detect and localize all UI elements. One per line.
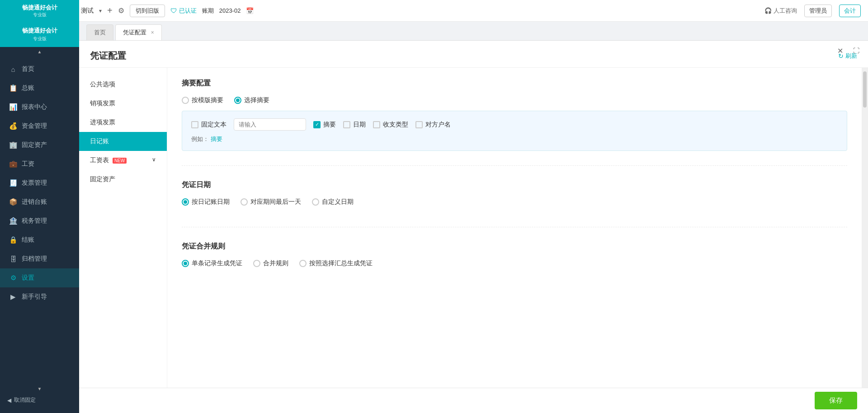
- pin-icon: ◀: [7, 397, 11, 404]
- bottom-bar: 保存: [79, 388, 868, 413]
- checkbox-payment-type-box: [373, 121, 380, 128]
- sidebar-item-invoice[interactable]: 🧾 发票管理: [0, 174, 79, 192]
- voucher-date-radio-custom[interactable]: 自定义日期: [312, 198, 354, 206]
- scroll-thumb: [863, 71, 867, 108]
- merge-rule-radio-select-sum[interactable]: 按照选择汇总生成凭证: [299, 259, 373, 268]
- left-nav-fixed-assets-label: 固定资产: [90, 175, 115, 183]
- voucher-date-radio-period-last[interactable]: 对应期间最后一天: [241, 198, 301, 206]
- topbar-right: 🎧 人工咨询 管理员 会计: [764, 5, 861, 17]
- left-nav-purchase-invoice-label: 进项发票: [90, 118, 115, 126]
- sidebar-scroll-down[interactable]: ▼: [0, 384, 79, 393]
- merge-rule-radio-merge[interactable]: 合并规则: [253, 259, 288, 268]
- example-text: 例如： 摘要: [191, 135, 838, 143]
- merge-rule-radio-single-label: 单条记录生成凭证: [192, 259, 242, 268]
- sidebar-item-label-assets: 固定资产: [22, 141, 47, 149]
- summary-radio-template[interactable]: 按模版摘要: [182, 96, 223, 104]
- sidebar-item-ledger[interactable]: 📋 总账: [0, 79, 79, 98]
- summary-radio-select-circle: [234, 97, 241, 104]
- sidebar-item-settings[interactable]: ⚙ 设置: [0, 268, 79, 287]
- checkbox-payment-type[interactable]: 收支类型: [373, 121, 408, 129]
- left-nav-public-label: 公共选项: [90, 80, 115, 88]
- sidebar-item-assets[interactable]: 🏢 固定资产: [0, 136, 79, 155]
- role-button[interactable]: 会计: [839, 5, 861, 17]
- sidebar-item-guide[interactable]: ▶ 新手引导: [0, 287, 79, 306]
- logo-sub: 专业版: [33, 12, 47, 18]
- sidebar-scroll-up[interactable]: ▲: [0, 47, 79, 56]
- left-nav-sales-invoice-label: 销项发票: [90, 99, 115, 107]
- merge-rule-radio-single[interactable]: 单条记录生成凭证: [182, 259, 242, 268]
- voucher-date-radio-journal-circle: [182, 198, 189, 206]
- old-version-button[interactable]: 切到旧版: [130, 5, 165, 17]
- checkbox-date[interactable]: 日期: [343, 121, 366, 129]
- tab-voucher-config-label: 凭证配置: [123, 29, 146, 36]
- merge-rule-radio-select-sum-label: 按照选择汇总生成凭证: [309, 259, 373, 268]
- page-header: 凭证配置 ↻ 刷新: [79, 41, 868, 68]
- cancel-pin-label: 取消固定: [14, 396, 36, 404]
- main-layout: 畅捷通好会计 专业版 ▲ ⌂ 首页 📋 总账 📊 报表中心 💰 资金管理: [0, 22, 868, 413]
- calendar-icon[interactable]: 📅: [246, 7, 254, 14]
- tax-icon: 🏦: [9, 217, 17, 225]
- sidebar-item-funds[interactable]: 💰 资金管理: [0, 117, 79, 136]
- voucher-date-radio-journal[interactable]: 按日记账日期: [182, 198, 230, 206]
- sidebar-item-salary[interactable]: 💼 工资: [0, 155, 79, 174]
- expand-page-button[interactable]: ⛶: [850, 44, 863, 57]
- sidebar-item-label-funds: 资金管理: [22, 122, 47, 130]
- service-button[interactable]: 🎧 人工咨询: [764, 7, 797, 15]
- tab-home[interactable]: 首页: [86, 24, 113, 40]
- sidebar-items: ⌂ 首页 📋 总账 📊 报表中心 💰 资金管理 🏢 固定资产 💼 工资: [0, 56, 79, 310]
- fixed-text-input[interactable]: [234, 118, 306, 131]
- section-summary: 摘要配置 按模版摘要 选择摘要: [182, 79, 847, 166]
- left-nav-payroll[interactable]: 工资表 NEW ∨: [79, 151, 167, 170]
- checkbox-fixed-text[interactable]: 固定文本: [191, 121, 226, 129]
- left-nav: 公共选项 销项发票 进项发票 日记账 工资表 NEW ∨: [79, 68, 167, 388]
- sidebar-item-tax[interactable]: 🏦 税务管理: [0, 211, 79, 230]
- sidebar-item-label-guide: 新手引导: [22, 293, 47, 301]
- sidebar-item-archive[interactable]: 🗄 归档管理: [0, 249, 79, 268]
- expand-icon[interactable]: ∨: [152, 156, 156, 163]
- left-nav-purchase-invoice[interactable]: 进项发票: [79, 113, 167, 132]
- left-nav-public[interactable]: 公共选项: [79, 75, 167, 94]
- ledger-icon: 📋: [9, 84, 17, 92]
- cancel-pin-button[interactable]: ◀ 取消固定: [0, 392, 79, 408]
- sidebar-item-label-home: 首页: [22, 65, 34, 73]
- right-scrollbar[interactable]: [862, 68, 868, 388]
- gear-icon[interactable]: ⚙: [118, 6, 124, 15]
- checkbox-summary-label: 摘要: [323, 121, 336, 129]
- sidebar-logo: 畅捷通好会计 专业版: [0, 22, 79, 47]
- left-nav-sales-invoice[interactable]: 销项发票: [79, 94, 167, 113]
- checkbox-summary[interactable]: ✓ 摘要: [313, 121, 336, 129]
- sidebar-item-label-sales: 进销台账: [22, 198, 47, 206]
- summary-radio-select-label: 选择摘要: [244, 96, 269, 104]
- checkbox-date-box: [343, 121, 350, 128]
- left-nav-journal[interactable]: 日记账: [79, 132, 167, 151]
- sidebar-item-label-close: 结账: [22, 236, 34, 244]
- sidebar-item-label-salary: 工资: [22, 160, 34, 168]
- sidebar-item-label-ledger: 总账: [22, 84, 34, 92]
- dropdown-icon[interactable]: ▾: [99, 8, 102, 14]
- invoice-icon: 🧾: [9, 179, 17, 187]
- merge-rule-radio-merge-circle: [253, 260, 260, 267]
- settings-icon: ⚙: [9, 274, 17, 282]
- checkbox-fixed-text-box: [191, 121, 198, 128]
- checkbox-counterparty[interactable]: 对方户名: [415, 121, 451, 129]
- left-nav-fixed-assets[interactable]: 固定资产: [79, 170, 167, 189]
- sidebar-item-close[interactable]: 🔒 结账: [0, 230, 79, 249]
- summary-radio-select[interactable]: 选择摘要: [234, 96, 269, 104]
- section-merge-rule-title: 凭证合并规则: [182, 242, 847, 251]
- save-button[interactable]: 保存: [815, 392, 857, 409]
- sidebar-item-label-tax: 税务管理: [22, 217, 47, 225]
- logo-title: 畅捷通好会计: [22, 4, 57, 12]
- plus-icon[interactable]: +: [107, 5, 113, 16]
- summary-options-row: 固定文本 ✓ 摘要 日期: [191, 118, 838, 131]
- sidebar-item-report[interactable]: 📊 报表中心: [0, 98, 79, 117]
- close-page-button[interactable]: ✕: [834, 44, 846, 57]
- section-voucher-date: 凭证日期 按日记账日期 对应期间最后一天: [182, 180, 847, 227]
- sidebar-item-sales[interactable]: 📦 进销台账: [0, 192, 79, 211]
- tab-voucher-config[interactable]: 凭证配置 ×: [115, 24, 162, 40]
- assets-icon: 🏢: [9, 141, 17, 149]
- sidebar-item-label-report: 报表中心: [22, 103, 47, 111]
- admin-button[interactable]: 管理员: [804, 5, 832, 17]
- tab-close-icon[interactable]: ×: [151, 29, 154, 36]
- sidebar-item-home[interactable]: ⌂ 首页: [0, 60, 79, 79]
- checkbox-counterparty-label: 对方户名: [425, 121, 451, 129]
